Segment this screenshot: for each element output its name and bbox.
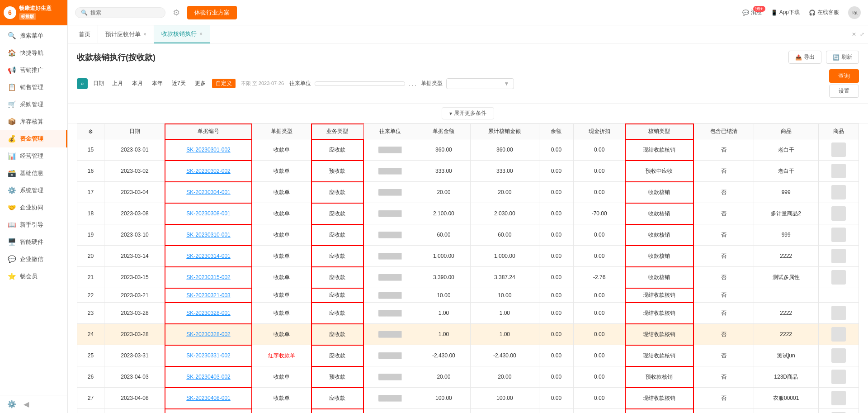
sidebar-item-finance[interactable]: 💰资金管理 bbox=[0, 130, 67, 147]
cell-voucher-type: 收款单 bbox=[252, 388, 312, 409]
sidebar-item-purchase[interactable]: 🛒采购管理 bbox=[0, 96, 67, 113]
voucher-link[interactable]: SK-20230308-001 bbox=[186, 210, 230, 217]
sidebar-item-enterprise[interactable]: 🤝企业协同 bbox=[0, 199, 67, 216]
unit-input[interactable] bbox=[315, 81, 405, 86]
search-bar[interactable]: 🔍 bbox=[75, 7, 165, 18]
cell-goods-img bbox=[818, 366, 859, 388]
cell-verified-amount: 20.00 bbox=[471, 366, 539, 388]
voucher-type-select[interactable]: ▼ bbox=[446, 78, 514, 89]
cell-voucher-no[interactable]: SK-20230308-001 bbox=[165, 203, 251, 224]
sidebar-item-quick-nav[interactable]: 🏠快捷导航 bbox=[0, 44, 67, 62]
search-input[interactable] bbox=[90, 9, 154, 16]
cell-include-settled: 否 bbox=[693, 224, 754, 246]
cell-no: 25 bbox=[77, 345, 104, 366]
table-container: ⚙日期单据编号单据类型业务类型往来单位单据金额累计核销金额余额现金折扣核销类型包… bbox=[68, 123, 868, 413]
refresh-btn[interactable]: 🔄 刷新 bbox=[826, 51, 859, 64]
sidebar-item-guide[interactable]: 📖新手引导 bbox=[0, 216, 67, 233]
sidebar-item-sales[interactable]: 📋销售管理 bbox=[0, 79, 67, 96]
cell-balance: 0.00 bbox=[539, 203, 574, 224]
cell-goods-img bbox=[818, 388, 859, 409]
sidebar-item-marketing[interactable]: 📢营销推广 bbox=[0, 62, 67, 79]
voucher-link[interactable]: SK-20230301-002 bbox=[186, 147, 230, 153]
voucher-link[interactable]: SK-20230315-002 bbox=[186, 274, 230, 280]
cell-cash-discount: -70.00 bbox=[574, 203, 625, 224]
cell-voucher-no[interactable]: SK-20230321-003 bbox=[165, 288, 251, 303]
cell-voucher-no[interactable]: SK-20230302-002 bbox=[165, 161, 251, 182]
sidebar-item-basic[interactable]: 🗃️基础信息 bbox=[0, 165, 67, 182]
voucher-link[interactable]: SK-20230328-001 bbox=[186, 310, 230, 316]
tab-collection-exec[interactable]: 收款核销执行× bbox=[154, 25, 210, 43]
table-scroll[interactable]: ⚙日期单据编号单据类型业务类型往来单位单据金额累计核销金额余额现金折扣核销类型包… bbox=[77, 123, 859, 413]
cell-voucher-no[interactable]: SK-20230328-002 bbox=[165, 324, 251, 345]
cell-no: 24 bbox=[77, 324, 104, 345]
expand-more-btn[interactable]: ▾ 展开更多条件 bbox=[442, 107, 494, 119]
cell-voucher-no[interactable]: SK-20230403-002 bbox=[165, 366, 251, 388]
tab-label-pending-payment: 预计应收付单 bbox=[105, 30, 141, 38]
voucher-link[interactable]: SK-20230328-002 bbox=[186, 331, 230, 337]
topbar-settings-icon[interactable]: ⚙ bbox=[173, 8, 180, 18]
voucher-link[interactable]: SK-20230310-001 bbox=[186, 232, 230, 238]
sidebar-item-system[interactable]: ⚙️系统管理 bbox=[0, 182, 67, 199]
voucher-link[interactable]: SK-20230321-003 bbox=[186, 292, 230, 299]
cell-verified-amount: 10.00 bbox=[471, 288, 539, 303]
tab-home[interactable]: 首页 bbox=[71, 25, 98, 43]
cell-voucher-type: 收款单 bbox=[252, 224, 312, 246]
cell-voucher-type: 收款单 bbox=[252, 246, 312, 267]
close-all-icon[interactable]: ✕ bbox=[852, 31, 856, 38]
voucher-link[interactable]: SK-20230304-001 bbox=[186, 189, 230, 195]
cell-goods-img bbox=[818, 139, 859, 161]
date-custom[interactable]: 自定义 bbox=[212, 79, 236, 88]
sidebar-item-search[interactable]: 🔍搜索菜单 bbox=[0, 27, 67, 44]
date-this-year[interactable]: 本年 bbox=[149, 79, 165, 88]
message-btn[interactable]: 💬 消息 99+ bbox=[742, 9, 762, 16]
online-service-btn[interactable]: 🎧 在线客服 bbox=[809, 9, 839, 16]
date-last-month[interactable]: 上月 bbox=[109, 79, 126, 88]
solution-btn[interactable]: 体验行业方案 bbox=[187, 6, 237, 19]
date-this-month[interactable]: 本月 bbox=[129, 79, 146, 88]
cell-voucher-no[interactable]: SK-20230304-001 bbox=[165, 182, 251, 203]
cell-voucher-type: 收款单 bbox=[252, 366, 312, 388]
voucher-link[interactable]: SK-20230331-002 bbox=[186, 352, 230, 359]
date-more[interactable]: 更多 bbox=[192, 79, 208, 88]
cell-voucher-no[interactable]: SK-20230315-002 bbox=[165, 267, 251, 288]
cell-voucher-no[interactable]: SK-20230328-001 bbox=[165, 303, 251, 324]
cell-amount: 100.00 bbox=[417, 409, 470, 413]
cell-amount: 1,000.00 bbox=[417, 246, 470, 267]
sidebar-item-operation[interactable]: 📊经营管理 bbox=[0, 147, 67, 165]
sidebar-item-inventory[interactable]: 📦库存核算 bbox=[0, 113, 67, 130]
cell-voucher-no[interactable]: SK-20230301-002 bbox=[165, 139, 251, 161]
tab-close-pending-payment[interactable]: × bbox=[143, 31, 146, 38]
date-7days[interactable]: 近7天 bbox=[169, 79, 189, 88]
settings-footer-icon[interactable]: ⚙️ bbox=[7, 400, 16, 408]
tab-close-collection-exec[interactable]: × bbox=[199, 31, 203, 37]
col-header-gear[interactable]: ⚙ bbox=[77, 124, 104, 139]
sidebar-item-hardware[interactable]: 🖥️智能硬件 bbox=[0, 233, 67, 251]
sidebar-label-quick-nav: 快捷导航 bbox=[20, 49, 43, 57]
filter-settings-btn[interactable]: 设置 bbox=[829, 85, 859, 98]
cell-cash-discount: 0.00 bbox=[574, 224, 625, 246]
cell-verified-amount: 333.00 bbox=[471, 161, 539, 182]
cell-voucher-no[interactable]: SK-20230314-001 bbox=[165, 246, 251, 267]
collapse-icon[interactable]: ◀ bbox=[24, 400, 29, 408]
voucher-link[interactable]: SK-20230408-001 bbox=[186, 395, 230, 401]
cell-voucher-no[interactable]: SK-20230408-001 bbox=[165, 388, 251, 409]
voucher-link[interactable]: SK-20230302-002 bbox=[186, 168, 230, 174]
user-avatar[interactable]: Rit bbox=[848, 6, 861, 19]
tab-pending-payment[interactable]: 预计应收付单× bbox=[98, 25, 154, 43]
cell-voucher-no[interactable]: SK-20230418-001 bbox=[165, 409, 251, 413]
cell-date: 2023-03-28 bbox=[104, 324, 165, 345]
cell-voucher-no[interactable]: SK-20230310-001 bbox=[165, 224, 251, 246]
cell-goods-img bbox=[818, 224, 859, 246]
col-header-unit: 往来单位 bbox=[363, 124, 417, 139]
voucher-link[interactable]: SK-20230403-002 bbox=[186, 374, 230, 380]
cell-voucher-no[interactable]: SK-20230331-002 bbox=[165, 345, 251, 366]
app-download-btn[interactable]: 📱 App下载 bbox=[771, 9, 800, 16]
voucher-link[interactable]: SK-20230314-001 bbox=[186, 253, 230, 259]
cell-verify-type: 现结收款核销 bbox=[625, 303, 694, 324]
query-btn[interactable]: 查询 bbox=[829, 69, 859, 83]
export-btn[interactable]: 📤 导出 bbox=[788, 51, 821, 64]
filter-expand-btn[interactable]: » bbox=[77, 78, 88, 89]
sidebar-item-wechat[interactable]: 💬企业微信 bbox=[0, 251, 67, 268]
expand-tab-icon[interactable]: ⤢ bbox=[860, 31, 864, 38]
sidebar-item-member[interactable]: ⭐畅会员 bbox=[0, 268, 67, 285]
